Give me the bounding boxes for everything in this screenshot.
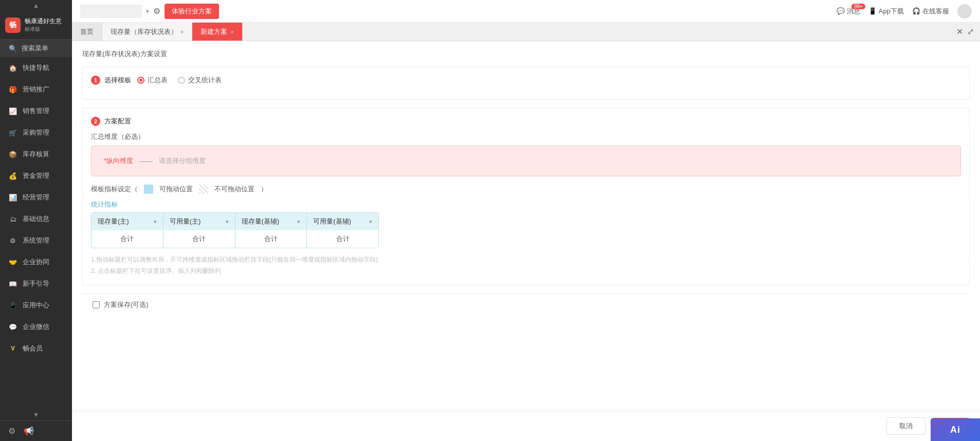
logo-icon: 畅 xyxy=(5,17,21,33)
stats-col-chevron-0[interactable]: ▾ xyxy=(154,218,157,225)
topbar-search-input[interactable] xyxy=(80,5,142,18)
stats-table-header: 现存量(主) ▾ 可用量(主) ▾ 现存量(基辅) ▾ 可用量(基辅) xyxy=(92,213,378,230)
step1-section: 1 选择模板 汇总表 交叉统计表 xyxy=(82,67,970,100)
radio-cross[interactable]: 交叉统计表 xyxy=(178,76,222,85)
radio-summary[interactable]: 汇总表 xyxy=(137,76,168,85)
stats-table: 现存量(主) ▾ 可用量(主) ▾ 现存量(基辅) ▾ 可用量(基辅) xyxy=(91,212,379,248)
phone-icon: 📱 xyxy=(868,7,877,15)
draggable-label: 可拖动位置 xyxy=(159,185,193,194)
save-label: 方案保存(可选) xyxy=(104,300,149,309)
dimension-placeholder[interactable]: 请选择分组维度 xyxy=(159,156,206,166)
indicator-suffix: ） xyxy=(261,185,267,194)
stats-col-label-0: 现存量(主) xyxy=(98,217,129,226)
tab-new-plan-label: 新建方案 xyxy=(201,27,227,36)
stats-col-label-3: 可用量(基辅) xyxy=(313,217,351,226)
sidebar-item-purchase[interactable]: 🛒 采购管理 xyxy=(0,122,72,143)
inventory-icon: 📦 xyxy=(8,150,17,159)
service-button[interactable]: 🎧 在线客服 xyxy=(912,7,949,16)
fixed-label: 不可拖动位置 xyxy=(214,185,255,194)
page-title: 现存量(库存状况表)方案设置 xyxy=(82,49,970,59)
sidebar-item-search-menu[interactable]: 🔍 搜索菜单 xyxy=(0,40,72,57)
stats-col-chevron-1[interactable]: ▾ xyxy=(226,218,229,225)
sidebar-item-operations[interactable]: 📊 经营管理 xyxy=(0,187,72,208)
app-download-button[interactable]: 📱 App下载 xyxy=(868,7,904,16)
logo-text: 畅康通好生意 标准版 xyxy=(25,17,62,33)
sidebar-item-label: 销售管理 xyxy=(23,106,49,116)
sidebar-item-label: 企业微信 xyxy=(23,322,49,332)
sidebar-item-system[interactable]: ⚙ 系统管理 xyxy=(0,230,72,251)
sidebar-item-label: 库存核算 xyxy=(23,150,49,159)
sidebar-footer: ⚙ 📢 xyxy=(0,420,72,441)
sidebar-item-wechat[interactable]: 💬 企业微信 xyxy=(0,316,72,338)
tab-inventory-status[interactable]: 现存量（库存状况表） × xyxy=(102,23,192,41)
stats-col-chevron-3[interactable]: ▾ xyxy=(369,218,372,225)
sidebar-item-basic-info[interactable]: 🗂 基础信息 xyxy=(0,208,72,230)
headset-icon: 🎧 xyxy=(912,7,920,15)
system-icon: ⚙ xyxy=(8,236,17,245)
sidebar-item-app-center[interactable]: 📱 应用中心 xyxy=(0,295,72,316)
sidebar-item-label: 经营管理 xyxy=(23,193,49,202)
stats-section: 统计指标 现存量(主) ▾ 可用量(主) ▾ 现存量(基辅) xyxy=(91,200,961,248)
step1-badge: 1 xyxy=(91,76,100,85)
ai-float-button[interactable]: Ai xyxy=(931,418,980,441)
settings-icon[interactable]: ⚙ xyxy=(8,426,15,436)
cancel-button[interactable]: 取消 xyxy=(886,417,925,435)
wechat-icon: 💬 xyxy=(8,322,17,332)
dimension-box: *纵向维度 —— 请选择分组维度 xyxy=(91,145,961,176)
tab-inventory-label: 现存量（库存状况表） xyxy=(111,27,177,36)
sidebar-item-vip[interactable]: V 畅会员 xyxy=(0,338,72,359)
step1-header: 1 选择模板 汇总表 交叉统计表 xyxy=(91,76,961,85)
stats-cell-0: 合计 xyxy=(92,230,164,248)
topbar-gear-icon[interactable]: ⚙ xyxy=(153,6,160,16)
sidebar-item-guide[interactable]: 📖 新手引导 xyxy=(0,273,72,295)
sidebar-item-label: 系统管理 xyxy=(23,236,49,245)
sidebar-item-quick-nav[interactable]: 🏠 快捷导航 xyxy=(0,57,72,79)
sidebar-item-finance[interactable]: 💰 资金管理 xyxy=(0,165,72,187)
stats-col-2: 现存量(基辅) ▾ xyxy=(235,213,307,230)
close-tab-button[interactable]: ✕ xyxy=(956,27,963,36)
basic-info-icon: 🗂 xyxy=(8,214,17,224)
stats-title: 统计指标 xyxy=(91,200,961,209)
stats-col-chevron-2[interactable]: ▾ xyxy=(297,218,300,225)
home-icon: 🏠 xyxy=(8,63,17,72)
stats-col-label-2: 现存量(基辅) xyxy=(242,217,280,226)
sidebar-item-inventory[interactable]: 📦 库存核算 xyxy=(0,143,72,165)
expand-tab-button[interactable]: ⤢ xyxy=(967,27,974,36)
messages-button[interactable]: 💬 消息 99+ xyxy=(837,7,860,16)
stats-table-body: 合计 合计 合计 合计 xyxy=(92,230,378,248)
radio-summary-label: 汇总表 xyxy=(148,76,168,85)
vip-icon: V xyxy=(8,344,17,353)
tab-inventory-close-icon[interactable]: × xyxy=(180,29,184,35)
indicator-row: 模板指标设定（ 可拖动位置 不可拖动位置 ） xyxy=(91,185,961,194)
sales-icon: 📈 xyxy=(8,106,17,116)
main-area: ▾ ⚙ 体验行业方案 💬 消息 99+ 📱 App下载 🎧 在线客服 首页 xyxy=(72,0,980,441)
sound-icon[interactable]: 📢 xyxy=(24,426,34,436)
save-checkbox[interactable] xyxy=(93,301,100,308)
stats-col-1: 可用量(主) ▾ xyxy=(164,213,235,230)
sidebar-item-label: 应用中心 xyxy=(23,301,49,310)
tab-new-plan[interactable]: 新建方案 × xyxy=(192,23,242,41)
sidebar-item-cooperation[interactable]: 🤝 企业协同 xyxy=(0,251,72,273)
content-area: 现存量(库存状况表)方案设置 1 选择模板 汇总表 交叉统计表 xyxy=(72,41,980,411)
tab-new-plan-close-icon[interactable]: × xyxy=(230,29,233,35)
template-radio-group: 汇总表 交叉统计表 xyxy=(137,76,222,85)
topbar-chevron-icon[interactable]: ▾ xyxy=(146,8,149,15)
app-logo: 畅 畅康通好生意 标准版 xyxy=(0,11,72,40)
stats-cell-3: 合计 xyxy=(307,230,378,248)
radio-cross-label: 交叉统计表 xyxy=(188,76,222,85)
tab-home[interactable]: 首页 xyxy=(72,23,102,41)
sidebar-item-sales[interactable]: 📈 销售管理 xyxy=(0,100,72,122)
avatar[interactable] xyxy=(957,4,972,19)
stats-cell-1: 合计 xyxy=(164,230,235,248)
sidebar-item-label: 营销推广 xyxy=(23,85,49,94)
sidebar-scroll-up[interactable]: ▲ xyxy=(0,0,72,11)
action-bar: 取消 查询 xyxy=(72,411,980,441)
radio-cross-circle xyxy=(178,77,185,84)
draggable-indicator xyxy=(144,185,153,194)
sidebar-item-label: 资金管理 xyxy=(23,171,49,180)
tab-actions: ✕ ⤢ xyxy=(956,27,980,36)
trial-button[interactable]: 体验行业方案 xyxy=(165,4,219,19)
sidebar-scroll-down[interactable]: ▼ xyxy=(0,409,72,420)
sidebar-item-marketing[interactable]: 🎁 营销推广 xyxy=(0,79,72,100)
topbar: ▾ ⚙ 体验行业方案 💬 消息 99+ 📱 App下载 🎧 在线客服 xyxy=(72,0,980,23)
